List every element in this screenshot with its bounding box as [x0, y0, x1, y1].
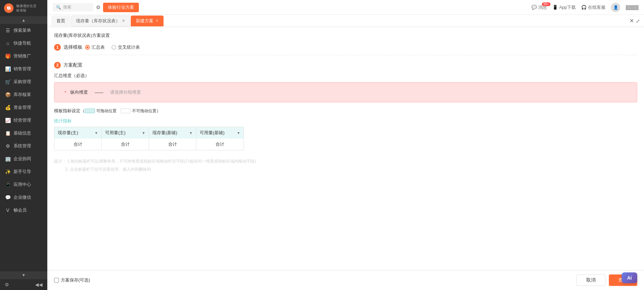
radio-summary-label: 汇总表 — [92, 44, 105, 50]
section1-number: 1 — [54, 44, 61, 51]
cancel-button[interactable]: 取消 — [576, 274, 605, 286]
sidebar-item-system[interactable]: ⚙ 系统管理 — [0, 140, 47, 152]
sidebar-scroll-up[interactable]: ▲ — [0, 17, 47, 24]
sidebar-item-sales[interactable]: 📊 销售管理 — [0, 63, 47, 75]
draggable-legend-box — [85, 108, 95, 113]
sidebar-item-member[interactable]: V 畅会员 — [0, 204, 47, 217]
sidebar-item-label: 库存核算 — [14, 92, 31, 98]
sidebar-item-operations[interactable]: 📈 经营管理 — [0, 114, 47, 127]
industry-plan-button[interactable]: 体验行业方案 — [103, 3, 139, 12]
stats-col-current-aux[interactable]: 现存量(基辅) ▼ — [149, 127, 196, 139]
sidebar-item-label: 系统管理 — [14, 143, 31, 149]
chevron-available-aux[interactable]: ▼ — [237, 131, 240, 135]
sidebar-item-finance[interactable]: 💰 资金管理 — [0, 101, 47, 114]
stats-body-available-aux: 合计 — [196, 139, 244, 150]
sidebar-item-label: 快捷导航 — [14, 40, 31, 46]
sidebar: 畅 畅康通好生意 标准版 ▲ ☰ 搜索菜单 ⌂ 快捷导航 🎁 营销推广 📊 销售… — [0, 0, 47, 290]
window-close-icon[interactable]: ✕ — [629, 18, 634, 24]
section-choose-template: 1 选择模板 汇总表 交叉统计表 — [54, 44, 637, 55]
app-name: 畅康通好生意 标准版 — [16, 4, 36, 13]
sidebar-item-wechat[interactable]: 💬 企业微信 — [0, 191, 47, 204]
sidebar-item-purchase[interactable]: 🛒 采购管理 — [0, 75, 47, 88]
sidebar-item-inventory[interactable]: 📦 库存核算 — [0, 88, 47, 101]
logo-icon: 畅 — [4, 3, 14, 13]
page-title: 现存量(库存状况表)方案设置 — [54, 32, 637, 39]
tab-inventory-close[interactable]: ✕ — [122, 19, 125, 23]
sidebar-item-app-center[interactable]: 📱 应用中心 — [0, 178, 47, 191]
chevron-current-main[interactable]: ▼ — [95, 131, 98, 135]
user-avatar[interactable]: 👤 — [611, 3, 620, 12]
content-area: 现存量(库存状况表)方案设置 1 选择模板 汇总表 交叉统计表 — [47, 27, 644, 270]
sidebar-item-label: 资金管理 — [14, 104, 31, 111]
tips-section: 提示： 1.拖动标题栏可以调整布局，不可跨维度或指标区域拖动栏目字段(只能在同一… — [54, 157, 637, 173]
agg-current-main: 合计 — [74, 141, 82, 147]
tips-line1: 提示： 1.拖动标题栏可以调整布局，不可跨维度或指标区域拖动栏目字段(只能在同一… — [54, 157, 637, 165]
app-logo: 畅 畅康通好生意 标准版 — [0, 0, 47, 17]
message-count: 99+ — [542, 2, 550, 6]
dimension-row: * 纵向维度 —— 请选择分组维度 — [65, 89, 627, 95]
tab-new-plan-close[interactable]: ✕ — [155, 19, 158, 23]
settings-gear-icon[interactable]: ⚙ — [96, 4, 100, 10]
sidebar-footer: ⚙ ◀◀ — [0, 279, 47, 290]
sidebar-item-marketing[interactable]: 🎁 营销推广 — [0, 50, 47, 63]
section2-title: 方案配置 — [64, 62, 82, 68]
sidebar-item-search-menu[interactable]: ☰ 搜索菜单 — [0, 24, 47, 37]
topbar: 🔍 搜索 ⚙ 体验行业方案 💬 消息 99+ 📱 App下载 🎧 在线客服 👤 — [47, 0, 644, 15]
window-expand-icon[interactable]: ⤢ — [636, 18, 640, 24]
vip-icon: V — [5, 208, 11, 213]
sidebar-item-new-guide[interactable]: ✨ 新手引导 — [0, 165, 47, 178]
mobile-icon: 📱 — [5, 182, 11, 187]
radio-summary[interactable]: 汇总表 — [85, 44, 105, 50]
sidebar-item-label: 应用中心 — [14, 182, 31, 188]
dimension-placeholder[interactable]: 请选择分组维度 — [110, 89, 141, 95]
app-download-btn[interactable]: 📱 App下载 — [552, 4, 576, 10]
stats-col-available-aux-label: 可用量(基辅) — [200, 130, 225, 136]
cart-icon: 🛒 — [5, 79, 11, 84]
ai-fab-button[interactable]: Ai — [622, 272, 637, 283]
sidebar-item-label: 企业协同 — [14, 156, 31, 162]
settings-icon[interactable]: ⚙ — [5, 282, 9, 287]
stats-section-label: 统计指标 — [54, 118, 637, 124]
username-label: ▓▓▓▓ — [626, 5, 639, 10]
agg-current-aux: 合计 — [168, 141, 177, 147]
chevron-current-aux[interactable]: ▼ — [189, 131, 193, 135]
sidebar-scroll-down[interactable]: ▼ — [0, 271, 47, 279]
volume-icon[interactable]: ◀◀ — [35, 282, 43, 287]
sidebar-item-quick-nav[interactable]: ⌂ 快捷导航 — [0, 37, 47, 50]
summary-dimension-label: 汇总维度（必选） — [54, 73, 637, 79]
sidebar-item-label: 畅会员 — [14, 207, 27, 213]
message-icon: 💬 — [531, 5, 537, 10]
stats-body-current-aux: 合计 — [149, 139, 196, 150]
sidebar-item-label: 新手引导 — [14, 169, 31, 175]
search-placeholder: 搜索 — [63, 4, 71, 10]
sidebar-item-label: 企业微信 — [14, 194, 31, 200]
message-badge[interactable]: 💬 消息 99+ — [531, 4, 547, 10]
gear-icon: ⚙ — [5, 143, 11, 149]
tips-line2: 2. 点击标题栏下拉可设置排序、插入列和删除列 — [54, 165, 637, 173]
search-box[interactable]: 🔍 搜索 — [53, 3, 93, 11]
online-service-btn[interactable]: 🎧 在线客服 — [581, 4, 605, 10]
tab-inventory-status[interactable]: 现存量（库存状况表） ✕ — [71, 16, 130, 26]
save-label: 方案保存(可选) — [61, 277, 90, 283]
tab-new-plan[interactable]: 新建方案 ✕ — [131, 16, 164, 26]
sidebar-item-label: 营销推广 — [14, 53, 31, 59]
stats-table-header: 现存量(主) ▼ 可用量(主) ▼ 现存量(基辅) ▼ 可用量(基辅) — [54, 127, 244, 139]
save-checkbox-input[interactable] — [54, 278, 59, 283]
stats-col-available-main[interactable]: 可用量(主) ▼ — [102, 127, 149, 139]
stats-col-available-aux[interactable]: 可用量(基辅) ▼ — [196, 127, 244, 139]
bottom-bar: 方案保存(可选) 取消 查询 — [47, 270, 644, 290]
agg-available-aux: 合计 — [216, 141, 224, 147]
sidebar-item-label: 采购管理 — [14, 79, 31, 85]
save-checkbox[interactable]: 方案保存(可选) — [54, 277, 90, 283]
radio-cross-dot — [112, 45, 116, 50]
stats-col-current-main[interactable]: 现存量(主) ▼ — [54, 127, 102, 139]
sidebar-item-basic-info[interactable]: 📋 基础信息 — [0, 127, 47, 140]
sidebar-item-enterprise[interactable]: 🏢 企业协同 — [0, 152, 47, 165]
search-icon: 🔍 — [56, 5, 61, 10]
radio-summary-dot — [85, 45, 90, 50]
chevron-available-main[interactable]: ▼ — [142, 131, 145, 135]
tab-home[interactable]: 首页 — [51, 16, 70, 26]
radio-cross[interactable]: 交叉统计表 — [112, 44, 140, 50]
section2-header: 2 方案配置 — [54, 62, 637, 69]
dimension-label: 纵向维度 — [70, 89, 88, 95]
